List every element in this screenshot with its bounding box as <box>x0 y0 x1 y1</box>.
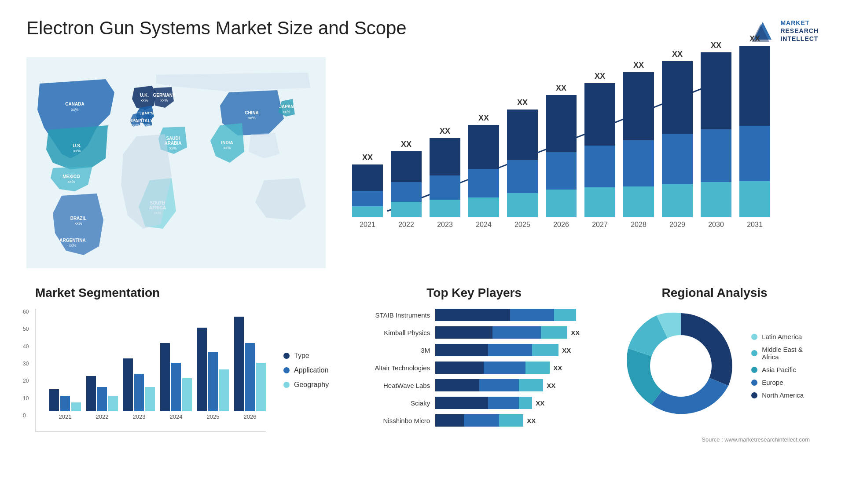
svg-text:xx%: xx% <box>67 179 75 184</box>
svg-text:U.K.: U.K. <box>140 93 149 98</box>
logo-text: MARKET RESEARCH INTELLECT <box>780 19 819 43</box>
svg-text:ARGENTINA: ARGENTINA <box>59 238 85 243</box>
bar-group-2030: XX 2030 <box>701 41 731 229</box>
player-row-kimball: Kimball Physics XX <box>360 326 588 339</box>
svg-text:CANADA: CANADA <box>65 102 84 106</box>
svg-text:xx%: xx% <box>160 98 168 102</box>
chart-container: XX 2021 XX <box>339 57 819 268</box>
svg-text:xx%: xx% <box>69 243 76 248</box>
source-text: Source : www.marketresearchintellect.com <box>619 436 810 443</box>
svg-text:xx%: xx% <box>140 98 148 102</box>
svg-text:U.S.: U.S. <box>73 143 81 148</box>
page-container: Electron Gun Systems Market Size and Sco… <box>0 0 845 504</box>
dot-europe <box>751 380 757 386</box>
mini-bar-group-2026: 2026 <box>234 317 266 420</box>
bar-group-2022: XX 2022 <box>391 140 422 229</box>
key-players-title: Top Key Players <box>360 286 588 300</box>
dot-latin-america <box>751 334 757 340</box>
map-container: CANADA xx% U.S. xx% MEXICO xx% BRAZIL xx… <box>26 57 326 268</box>
mini-bar-group-2022: 2022 <box>86 376 118 420</box>
bar-group-2029: XX 2029 <box>662 50 693 229</box>
legend-middle-east-africa: Middle East & Africa <box>751 346 810 361</box>
svg-text:MEXICO: MEXICO <box>62 174 80 179</box>
svg-text:INDIA: INDIA <box>221 140 233 145</box>
svg-text:xx%: xx% <box>223 146 231 150</box>
player-row-staib: STAIB Instruments <box>360 309 588 321</box>
bar-group-2025: XX 2025 <box>507 98 538 229</box>
bar-group-2028: XX 2028 <box>623 61 654 229</box>
regional-title: Regional Analysis <box>619 286 810 300</box>
regional-section: Regional Analysis <box>610 281 819 457</box>
player-row-nisshinbo: Nisshinbo Micro XX <box>360 414 588 427</box>
dot-middle-east-africa <box>751 350 757 356</box>
legend-application: Application <box>283 366 329 374</box>
player-row-altair: Altair Technologies XX <box>360 362 588 374</box>
regional-legend: Latin America Middle East & Africa Asia … <box>751 333 810 399</box>
svg-text:xx%: xx% <box>143 123 151 128</box>
header: Electron Gun Systems Market Size and Sco… <box>26 18 819 44</box>
svg-text:xx%: xx% <box>71 107 78 112</box>
player-row-3m: 3M XX <box>360 344 588 356</box>
legend-asia-pacific: Asia Pacific <box>751 366 810 373</box>
bar-group-2021: XX 2021 <box>352 153 383 229</box>
top-section: CANADA xx% U.S. xx% MEXICO xx% BRAZIL xx… <box>26 57 819 268</box>
legend-north-america: North America <box>751 391 810 399</box>
mini-bar-group-2021: 2021 <box>49 389 81 420</box>
svg-text:xx%: xx% <box>74 221 82 226</box>
bar-group-2024: XX 2024 <box>468 113 499 229</box>
svg-text:xx%: xx% <box>283 110 290 114</box>
svg-text:CHINA: CHINA <box>245 110 259 115</box>
svg-text:GERMANY: GERMANY <box>153 93 175 98</box>
svg-text:SAUDI: SAUDI <box>166 136 180 141</box>
bar-group-2023: XX 2023 <box>430 127 460 229</box>
donut-chart <box>619 304 742 427</box>
svg-text:xx%: xx% <box>73 149 81 153</box>
player-row-heatwave: HeatWave Labs XX <box>360 379 588 391</box>
bar-chart-area: XX 2021 XX <box>352 66 805 251</box>
legend-latin-america: Latin America <box>751 333 810 340</box>
segmentation-title: Market Segmentation <box>35 286 329 300</box>
player-row-sciaky: Sciaky XX <box>360 397 588 409</box>
bar-group-2027: XX 2027 <box>584 72 615 229</box>
svg-text:ITALY: ITALY <box>141 118 153 123</box>
legend-dot-application <box>283 367 290 373</box>
mini-bar-chart: 2021 2022 <box>35 309 266 432</box>
mini-bar-group-2024: 2024 <box>160 343 192 420</box>
legend-dot-geography <box>283 382 290 388</box>
legend-geography: Geography <box>283 381 329 389</box>
dot-north-america <box>751 392 757 398</box>
page-title: Electron Gun Systems Market Size and Sco… <box>26 18 407 39</box>
legend-europe: Europe <box>751 379 810 386</box>
legend-dot-type <box>283 353 290 359</box>
regional-content: Latin America Middle East & Africa Asia … <box>619 304 810 427</box>
bar-group-2026: XX 2026 <box>546 84 577 229</box>
seg-chart-area: 60 50 40 30 20 10 0 <box>35 309 329 432</box>
bottom-section: Market Segmentation 60 50 40 30 20 10 0 <box>26 281 819 457</box>
svg-text:xx%: xx% <box>132 123 140 128</box>
segmentation-section: Market Segmentation 60 50 40 30 20 10 0 <box>26 281 338 457</box>
legend-type: Type <box>283 352 329 360</box>
svg-text:xx%: xx% <box>248 116 255 120</box>
segmentation-legend: Type Application Geography <box>279 309 329 432</box>
mini-bar-group-2023: 2023 <box>123 358 155 420</box>
svg-point-37 <box>650 335 712 397</box>
svg-text:ARABIA: ARABIA <box>165 141 182 146</box>
mini-bar-group-2025: 2025 <box>197 328 229 420</box>
svg-text:JAPAN: JAPAN <box>279 104 294 109</box>
svg-text:BRAZIL: BRAZIL <box>70 216 87 221</box>
world-map: CANADA xx% U.S. xx% MEXICO xx% BRAZIL xx… <box>26 57 326 268</box>
dot-asia-pacific <box>751 367 757 373</box>
key-players-section: Top Key Players STAIB Instruments Kimbal… <box>351 281 597 457</box>
svg-text:xx%: xx% <box>169 146 176 150</box>
bar-group-2031: XX 2031 <box>739 34 770 229</box>
